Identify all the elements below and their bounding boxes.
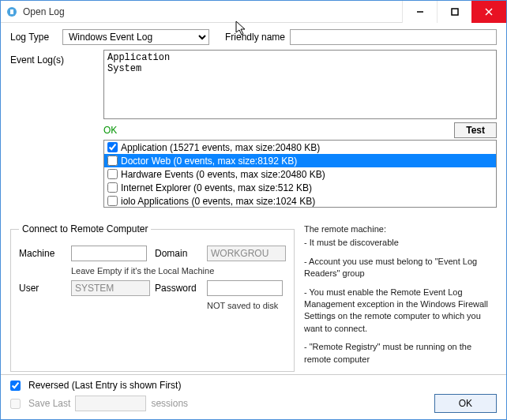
eventlogs-textarea[interactable]: Application System [103,50,497,119]
sessions-label: sessions [151,398,188,409]
logtype-label: Log Type [10,32,58,43]
list-item-checkbox[interactable] [107,169,118,179]
ok-button[interactable]: OK [434,394,497,413]
list-item-checkbox[interactable] [107,142,118,152]
eventlogs-label: Event Log(s) [10,50,97,119]
list-item[interactable]: Hardware Events (0 events, max size:2048… [104,167,496,181]
minimize-button[interactable] [402,1,437,23]
list-item[interactable]: Internet Explorer (0 events, max size:51… [104,181,496,194]
friendly-input[interactable] [290,29,497,45]
eventlog-listbox[interactable]: Application (15271 events, max size:2048… [103,140,497,208]
remote-fieldset: Connect to Remote Computer Machine Domai… [10,223,295,372]
domain-readonly: WORKGROU [207,246,286,261]
remote-info-b4: - "Remote Registry" must be running on t… [304,341,497,366]
list-item-label: Internet Explorer (0 events, max size:51… [121,182,312,193]
remote-info-b3: - You must enable the Remote Event Log M… [304,287,497,336]
svg-rect-1 [10,9,13,14]
window-title: Open Log [23,6,402,17]
list-item[interactable]: Application (15271 events, max size:2048… [104,141,496,154]
list-item-label: iolo Applications (0 events, max size:10… [121,196,315,207]
remote-info-header: The remote machine: [304,223,497,235]
list-item-label: Application (15271 events, max size:2048… [121,142,320,153]
password-label: Password [155,283,202,294]
reversed-label[interactable]: Reversed (Last Entry is shown First) [28,380,181,391]
window-buttons [402,1,506,23]
friendly-label: Friendly name [225,32,285,43]
password-hint: NOT saved to disk [207,301,286,310]
remote-info: The remote machine: - It must be discove… [304,223,497,372]
footer: Reversed (Last Entry is shown First) Sav… [1,374,506,419]
list-item[interactable]: iolo Applications (0 events, max size:10… [104,194,496,208]
app-icon [6,6,18,18]
list-item-checkbox[interactable] [107,182,118,193]
machine-input[interactable] [71,246,147,261]
list-item-checkbox[interactable] [107,156,118,166]
close-button[interactable] [471,1,506,23]
list-item-checkbox[interactable] [107,196,118,206]
maximize-button[interactable] [437,1,471,23]
savelast-input [75,396,146,411]
domain-label: Domain [155,248,202,259]
user-label: User [19,283,66,294]
list-item-label: Hardware Events (0 events, max size:2048… [121,169,325,180]
user-readonly: SYSTEM [71,280,150,296]
machine-hint: Leave Empty if it's the Local Machine [71,266,286,276]
remote-legend: Connect to Remote Computer [19,223,151,234]
password-input[interactable] [207,280,283,296]
test-button[interactable]: Test [454,122,497,138]
list-item[interactable]: Doctor Web (0 events, max size:8192 KB) [104,154,496,167]
reversed-checkbox[interactable] [10,381,21,391]
savelast-label: Save Last [28,398,70,409]
list-item-label: Doctor Web (0 events, max size:8192 KB) [121,156,297,167]
status-text: OK [103,125,454,136]
machine-label: Machine [19,248,66,259]
remote-info-b2: - Account you use must belong to "Event … [304,256,497,280]
logtype-select[interactable]: Windows Event Log [62,29,209,45]
savelast-checkbox [10,399,21,409]
remote-info-b1: - It must be discoverable [304,237,497,249]
svg-rect-3 [452,9,458,15]
titlebar: Open Log [1,1,506,23]
